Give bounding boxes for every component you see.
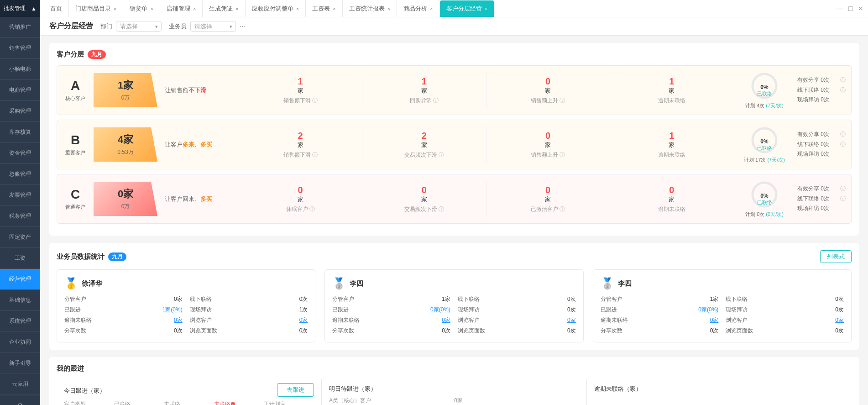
close-icon[interactable]: ×: [858, 5, 863, 13]
stat-c-freq-drop[interactable]: 0 家 交易频次下滑ⓘ: [362, 181, 486, 217]
sidebar-item-payroll[interactable]: 工资: [0, 248, 40, 269]
tier-action-a: 让销售额不下滑: [157, 81, 235, 100]
sidebar-item-sales[interactable]: 销售管理: [0, 38, 40, 59]
sidebar-item-collab[interactable]: 企业协同: [0, 332, 40, 353]
biz-stat-row: 分享次数 0次: [601, 327, 719, 335]
sidebar-item-label: 工资: [2, 254, 38, 262]
biz-card-0: 🥇 徐泽华 分管客户 0家 线下联络 0次 已跟进: [57, 269, 315, 342]
sidebar-item-finance[interactable]: 资金管理: [0, 143, 40, 164]
stat-c-dormant[interactable]: 0 家 休眠客户ⓘ: [239, 181, 362, 217]
followup-tomorrow-header: A类（核心）客户 0家: [329, 397, 579, 405]
tab-sales-order[interactable]: 销货单 ×: [123, 0, 160, 17]
stat-sales-rise[interactable]: 0 家 销售额上升ⓘ: [486, 73, 610, 108]
staff-select-wrap: 请选择: [190, 21, 236, 32]
tab-close-icon[interactable]: ×: [296, 6, 299, 11]
tab-voucher[interactable]: 生成凭证 ×: [203, 0, 245, 17]
minimize-icon[interactable]: —: [836, 5, 843, 13]
sidebar-item-ledger[interactable]: 总账管理: [0, 164, 40, 185]
tab-receivable[interactable]: 应收应付调整单 ×: [246, 0, 306, 17]
sidebar-item-invoice[interactable]: 发票管理: [0, 185, 40, 206]
sidebar-item-label: 资金管理: [2, 149, 38, 157]
sidebar-item-biz[interactable]: 经营管理: [0, 269, 40, 290]
tab-products[interactable]: 门店商品目录 ×: [69, 0, 123, 17]
stat-overdue-contact[interactable]: 1 家 逾期未联络: [610, 73, 733, 108]
tab-close-icon[interactable]: ×: [387, 6, 390, 11]
dept-select[interactable]: 请选择: [116, 21, 162, 32]
stat-b-sales-rise[interactable]: 0 家 销售额上升ⓘ: [486, 127, 610, 163]
tab-close-icon[interactable]: ×: [193, 6, 196, 11]
sidebar-item-purchase[interactable]: 采购管理: [0, 101, 40, 122]
right-stats-b: 有效分享 0次ⓘ 线下联络 0次ⓘ 现场拜访 0次: [792, 125, 851, 164]
biz-header-1: 🥈 李四: [332, 277, 575, 290]
tab-home[interactable]: 首页: [44, 0, 69, 17]
biz-stat-row: 浏览客户 0家: [726, 316, 844, 324]
sidebar-item-label: 固定资产: [2, 233, 38, 241]
biz-stat-row: 已跟进 0家(0%): [601, 306, 719, 314]
tab-close-icon[interactable]: ×: [114, 6, 116, 11]
list-view-button[interactable]: 列表式: [820, 250, 852, 263]
followup-today: 今日跟进（家） 去跟进 客户类型 已联络 未联络 未联络❶ 工计划完: [57, 379, 322, 405]
biz-stat-row: 现场拜访 0次: [458, 306, 576, 314]
sidebar-item-guide[interactable]: 新手引导: [0, 353, 40, 374]
tab-label: 工资表: [312, 5, 330, 13]
stat-sales-drop[interactable]: 1 家 销售额下滑ⓘ: [239, 73, 362, 108]
staff-name-0: 徐泽华: [82, 279, 102, 288]
sidebar-item-label: 采购管理: [2, 107, 38, 115]
biz-stat-row: 线下联络 0次: [458, 295, 576, 303]
tab-close-icon[interactable]: ×: [485, 6, 487, 11]
tab-customer-tier[interactable]: 客户分层经营 ×: [440, 0, 494, 17]
sidebar-item-fixed[interactable]: 固定资产: [0, 227, 40, 248]
stat-c-overdue[interactable]: 0 家 逾期未联络: [610, 181, 733, 217]
sidebar-collapse-icon[interactable]: ▲: [31, 5, 37, 12]
month-badge: 九月: [88, 50, 106, 59]
tab-close-icon[interactable]: ×: [333, 6, 335, 11]
tier-row-b: B 重要客户 4家 0.53万 让客户多来、多买 2 家 销售额下滑ⓘ: [57, 120, 852, 169]
tier-summary-c: 0家 0万: [94, 182, 157, 216]
dept-label: 部门: [100, 22, 112, 31]
page-title: 客户分层经营: [49, 21, 93, 31]
more-options-icon[interactable]: ···: [240, 22, 246, 31]
tab-label: 销货单: [130, 5, 147, 13]
tier-label-c: C 普通客户: [57, 180, 94, 218]
sidebar-item-inventory[interactable]: 库存核算: [0, 122, 40, 143]
tab-goods-analysis[interactable]: 商品分析 ×: [397, 0, 439, 17]
tab-close-icon[interactable]: ×: [235, 6, 238, 11]
goto-followup-button[interactable]: 去跟进: [277, 383, 314, 397]
stat-b-freq-drop[interactable]: 2 家 交易频次下滑ⓘ: [362, 127, 486, 163]
stat-b-overdue[interactable]: 1 家 逾期未联络: [610, 127, 733, 163]
stat-b-sales-drop[interactable]: 2 家 销售额下滑ⓘ: [239, 127, 362, 163]
sidebar-item-sys[interactable]: 系统管理: [0, 311, 40, 332]
tab-wage-table[interactable]: 工资表 ×: [306, 0, 342, 17]
biz-stat-row: 分管客户 1家: [601, 295, 719, 303]
tab-close-icon[interactable]: ×: [430, 6, 433, 11]
sidebar-item-marketing[interactable]: 营销推广: [0, 17, 40, 38]
sidebar-item-tax[interactable]: 税务管理: [0, 206, 40, 227]
sidebar-top[interactable]: 批发管理 ▲: [0, 0, 40, 17]
sidebar-item-basic[interactable]: 基础信息: [0, 290, 40, 311]
maximize-icon[interactable]: □: [848, 5, 853, 13]
sidebar-item-ecom[interactable]: 电商管理: [0, 80, 40, 101]
tab-store-mgr[interactable]: 店铺管理 ×: [160, 0, 203, 17]
biz-stats-grid-1: 分管客户 1家 线下联络 0次 已跟进 0家(0%) 现场拜访: [332, 295, 575, 335]
sidebar-item-label: 销售管理: [2, 44, 38, 52]
tab-wage-report[interactable]: 工资统计报表 ×: [343, 0, 397, 17]
dept-select-wrap: 请选择: [116, 21, 162, 32]
tier-row-c: C 普通客户 0家 0万 让客户回来、多买 0 家 休眠客户ⓘ: [57, 174, 852, 224]
tier-action-b: 让客户多来、多买: [157, 135, 235, 154]
stat-repurchase-abnormal[interactable]: 1 家 回购异常ⓘ: [362, 73, 486, 108]
stat-c-activated[interactable]: 0 家 已激活客户ⓘ: [486, 181, 610, 217]
sidebar-item-label: 发票管理: [2, 191, 38, 199]
sidebar-settings[interactable]: ⚙: [0, 395, 40, 405]
tier-summary-a: 1家 0万: [94, 73, 157, 107]
sidebar-item-label: 总账管理: [2, 170, 38, 178]
sidebar-item-label: 系统管理: [2, 317, 38, 325]
page-content: 客户分层 九月 A 核心客户 1家 0万 让销售额不下滑 1: [40, 36, 868, 405]
sidebar-item-ecom-small[interactable]: 小畅电商: [0, 59, 40, 80]
tab-close-icon[interactable]: ×: [150, 6, 153, 11]
sidebar-item-cloud[interactable]: 云应用: [0, 374, 40, 395]
biz-month-badge: 九月: [108, 252, 126, 261]
biz-stat-row: 分管客户 0家: [64, 295, 183, 303]
staff-select[interactable]: 请选择: [190, 21, 236, 32]
sidebar-item-label: 小畅电商: [2, 65, 38, 73]
circle-stat-b: 0% 已联络 计划 17次 (7天/次): [737, 120, 792, 169]
